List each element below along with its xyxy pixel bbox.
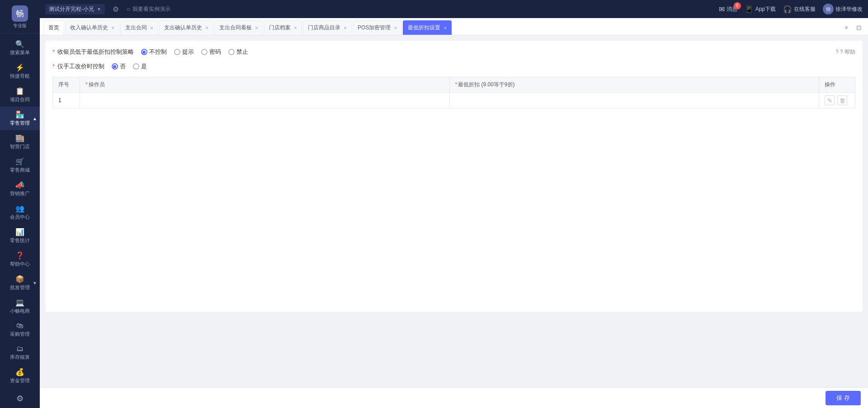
tab-payconfirm[interactable]: 支出确认单历史 × <box>159 20 213 35</box>
retailstat-icon: 📊 <box>15 228 24 236</box>
finance-icon: 💰 <box>15 368 24 376</box>
topbar-settings-button[interactable]: ⚙ <box>109 3 122 15</box>
tab-pospass-label: POS加密管理 <box>358 24 391 32</box>
tab-close-all-button[interactable]: × <box>841 22 852 33</box>
tab-expand-button[interactable]: ⊡ <box>854 22 864 33</box>
sidebar-item-inventory-label: 库存核算 <box>10 354 30 361</box>
radio-remind-input[interactable] <box>174 49 180 55</box>
headset-icon: 🎧 <box>783 5 792 14</box>
tab-paycontract-close[interactable]: × <box>150 25 153 31</box>
sidebar-item-wholesale[interactable]: 📦 批发管理 ▼ <box>0 271 40 295</box>
tab-payconfirm-close[interactable]: × <box>205 25 208 31</box>
tab-payboard-label: 支出合同看板 <box>219 24 252 32</box>
sidebar-item-marketing[interactable]: 📣 营销推广 <box>0 177 40 201</box>
demo-link[interactable]: ○ 我要看实例演示 <box>127 5 170 13</box>
sidebar-item-retailmall-label: 零售商城 <box>10 167 30 174</box>
tab-home[interactable]: 首页 <box>43 20 64 35</box>
radio-nocontrol-input[interactable] <box>141 49 147 55</box>
topbar: 测试分开完程-小兄 ▼ ⚙ ○ 我要看实例演示 ✉ 消息 8 📱 App下载 🎧… <box>40 0 868 18</box>
tab-storefile-label: 门店档案 <box>269 24 291 32</box>
radio-password-input[interactable] <box>201 49 208 55</box>
radio-remind[interactable]: 提示 <box>174 48 194 56</box>
sidebar-item-finance[interactable]: 💰 资金管理 <box>0 364 40 388</box>
manual-price-radio-group: 否 是 <box>112 62 147 70</box>
topbar-right: ✉ 消息 8 📱 App下载 🎧 在线客服 徐 徐泽华修改 <box>719 4 863 14</box>
user-avatar: 徐 <box>823 4 834 14</box>
tab-mindiscount-close[interactable]: × <box>443 25 447 31</box>
tab-income[interactable]: 收入确认单历史 × <box>65 20 119 35</box>
project-selector[interactable]: 测试分开完程-小兄 ▼ <box>45 4 105 14</box>
retailmall-icon: 🛒 <box>15 157 24 166</box>
tab-storeproduct[interactable]: 门店商品目录 × <box>303 20 352 35</box>
row-delete-button[interactable]: 🗑 <box>837 95 847 105</box>
tab-mindiscount-label: 最低折扣设置 <box>408 24 440 32</box>
retail-icon: 🏪 <box>15 110 24 119</box>
cell-mindiscount[interactable] <box>449 93 819 108</box>
sidebar-item-search[interactable]: 🔍 搜索菜单 <box>0 36 40 60</box>
radio-password[interactable]: 密码 <box>201 48 221 56</box>
tab-storeproduct-close[interactable]: × <box>344 25 347 31</box>
tab-income-close[interactable]: × <box>111 25 114 31</box>
search-icon: 🔍 <box>15 40 24 48</box>
sidebar-item-retailstat[interactable]: 📊 零售统计 <box>0 224 40 248</box>
tab-pospass[interactable]: POS加密管理 × <box>353 20 402 35</box>
cell-operator[interactable] <box>80 93 450 108</box>
tabbar-actions: × ⊡ <box>841 22 864 35</box>
sidebar-item-quicknav-label: 快捷导航 <box>10 73 30 80</box>
sidebar-item-project[interactable]: 📋 项目合同 <box>0 83 40 107</box>
tab-mindiscount[interactable]: 最低折扣设置 × <box>403 20 452 35</box>
sidebar-item-retailstat-label: 零售统计 <box>10 237 30 244</box>
ecommerce-icon: 💻 <box>15 298 24 307</box>
wholesale-expand-arrow: ▼ <box>33 281 37 286</box>
sidebar-item-purchase-label: 采购管理 <box>10 331 30 338</box>
sidebar-item-search-label: 搜索菜单 <box>10 49 30 56</box>
inventory-icon: 🗂 <box>16 345 24 353</box>
radio-forbid[interactable]: 禁止 <box>228 48 248 56</box>
quicknav-icon: ⚡ <box>15 63 24 72</box>
save-button[interactable]: 保 存 <box>826 391 861 405</box>
message-button[interactable]: ✉ 消息 8 <box>719 5 737 14</box>
sidebar-item-smartstore-label: 智营门店 <box>10 143 30 150</box>
cell-action: ✎ 🗑 <box>819 93 855 108</box>
sidebar-item-help[interactable]: ❓ 帮助中心 <box>0 248 40 271</box>
manual-price-row: * 仅手工改价时控制 否 是 <box>52 62 855 70</box>
tab-pospass-close[interactable]: × <box>394 25 397 31</box>
tab-payboard-close[interactable]: × <box>255 25 258 31</box>
mindiscount-input[interactable] <box>455 97 814 103</box>
radio-forbid-input[interactable] <box>228 49 235 55</box>
sidebar-item-finance-label: 资金管理 <box>10 377 30 384</box>
radio-manual-yes-input[interactable] <box>133 63 139 70</box>
row-edit-button[interactable]: ✎ <box>825 95 835 105</box>
radio-manual-no[interactable]: 否 <box>112 62 126 70</box>
radio-manual-no-input[interactable] <box>112 63 118 70</box>
sidebar-item-ledger[interactable]: 📒 总账管理 <box>0 388 40 389</box>
main-area: 测试分开完程-小兄 ▼ ⚙ ○ 我要看实例演示 ✉ 消息 8 📱 App下载 🎧… <box>40 0 868 408</box>
sidebar-item-quicknav[interactable]: ⚡ 快捷导航 <box>0 60 40 83</box>
settings-bottom-icon[interactable]: ⚙ <box>16 394 24 403</box>
retail-expand-arrow: ▲ <box>33 116 37 121</box>
content-area: * 收银员低于最低折扣控制策略 不控制 提示 密码 <box>40 35 868 387</box>
sidebar-item-inventory[interactable]: 🗂 库存核算 <box>0 341 40 364</box>
required-mark2: * <box>52 63 55 70</box>
radio-manual-yes[interactable]: 是 <box>133 62 147 70</box>
sidebar-item-purchase[interactable]: 🛍 采购管理 <box>0 318 40 341</box>
sidebar-item-retail[interactable]: 🏪 零售管理 ▲ <box>0 107 40 130</box>
app-download-button[interactable]: 📱 App下载 <box>745 5 776 14</box>
online-service-button[interactable]: 🎧 在线客服 <box>783 5 816 14</box>
tab-storefile[interactable]: 门店档案 × <box>264 20 302 35</box>
sidebar-item-member-label: 会员中心 <box>10 214 30 220</box>
help-link[interactable]: ? ? 帮助 <box>835 48 855 56</box>
tab-storefile-close[interactable]: × <box>294 25 297 31</box>
tab-payboard[interactable]: 支出合同看板 × <box>214 20 263 35</box>
sidebar-item-retailmall[interactable]: 🛒 零售商城 <box>0 154 40 177</box>
tab-paycontract[interactable]: 支出合同 × <box>120 20 158 35</box>
operator-input[interactable] <box>85 97 444 103</box>
sidebar-item-ecommerce[interactable]: 💻 小畅电商 <box>0 295 40 318</box>
sidebar-item-member[interactable]: 👥 会员中心 <box>0 201 40 224</box>
sidebar-menu: 🔍 搜索菜单 ⚡ 快捷导航 📋 项目合同 🏪 零售管理 ▲ 🏬 智营门店 🛒 零… <box>0 33 40 389</box>
radio-nocontrol[interactable]: 不控制 <box>141 48 167 56</box>
sidebar-item-smartstore[interactable]: 🏬 智营门店 <box>0 130 40 154</box>
user-profile-button[interactable]: 徐 徐泽华修改 <box>823 4 863 14</box>
help-icon: ❓ <box>15 251 24 260</box>
project-icon: 📋 <box>15 87 24 95</box>
